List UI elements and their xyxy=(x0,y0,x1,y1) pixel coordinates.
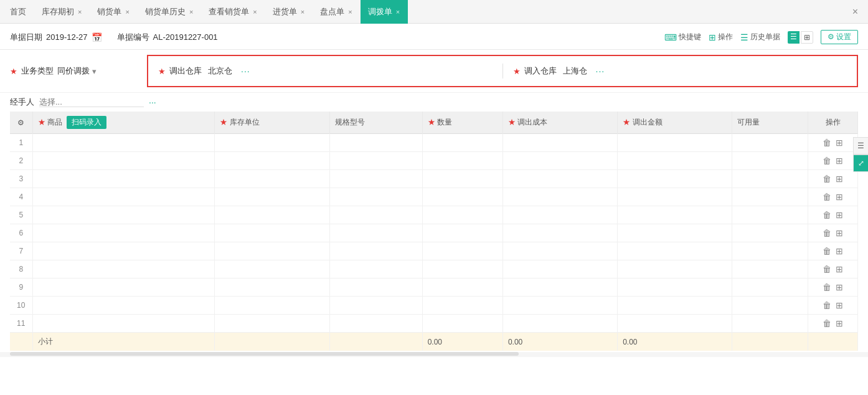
tab-inventory-init[interactable]: 库存期初 × xyxy=(34,0,90,24)
tab-inventory-check[interactable]: 盘点单 × xyxy=(313,0,360,24)
delete-icon-row-7[interactable]: 🗑 xyxy=(823,246,831,256)
row-available-9[interactable] xyxy=(732,278,808,297)
layout-list-icon[interactable]: ☰ xyxy=(788,31,800,44)
delete-icon-row-2[interactable]: 🗑 xyxy=(823,156,831,166)
row-available-7[interactable] xyxy=(732,242,808,260)
row-out-cost-7[interactable] xyxy=(502,242,617,260)
tab-inventory-init-close[interactable]: × xyxy=(78,8,82,16)
tab-sales-history-close[interactable]: × xyxy=(189,8,193,16)
row-unit-1[interactable] xyxy=(215,134,329,152)
row-spec-9[interactable] xyxy=(329,278,422,297)
row-available-2[interactable] xyxy=(732,152,808,170)
copy-icon-row-2[interactable]: ⊞ xyxy=(836,156,843,166)
row-out-amount-2[interactable] xyxy=(618,152,732,170)
row-unit-8[interactable] xyxy=(215,260,329,278)
copy-icon-row-4[interactable]: ⊞ xyxy=(836,192,843,202)
tab-sales-history[interactable]: 销货单历史 × xyxy=(138,0,201,24)
copy-icon-row-10[interactable]: ⊞ xyxy=(836,300,843,310)
layout-toggle[interactable]: ☰ ⊞ xyxy=(788,31,813,44)
row-product-10[interactable] xyxy=(32,297,215,315)
row-unit-2[interactable] xyxy=(215,152,329,170)
row-available-3[interactable] xyxy=(732,170,808,188)
shortcut-key-btn[interactable]: ⌨ 快捷键 xyxy=(664,32,701,42)
row-qty-2[interactable] xyxy=(422,152,502,170)
row-unit-4[interactable] xyxy=(215,188,329,206)
right-float-list-btn[interactable]: ☰ xyxy=(853,137,868,155)
row-out-cost-5[interactable] xyxy=(502,206,617,224)
row-qty-5[interactable] xyxy=(422,206,502,224)
row-qty-6[interactable] xyxy=(422,224,502,242)
row-spec-4[interactable] xyxy=(329,188,422,206)
delete-icon-row-8[interactable]: 🗑 xyxy=(823,264,831,274)
row-qty-11[interactable] xyxy=(422,315,502,333)
row-out-cost-4[interactable] xyxy=(502,188,617,206)
handler-more-btn[interactable]: ··· xyxy=(149,97,156,107)
row-product-1[interactable] xyxy=(32,134,215,152)
row-unit-11[interactable] xyxy=(215,315,329,333)
delete-icon-row-3[interactable]: 🗑 xyxy=(823,174,831,184)
biz-type-select[interactable]: 同价调拨 ▾ xyxy=(57,65,132,77)
row-product-6[interactable] xyxy=(32,224,215,242)
row-out-amount-8[interactable] xyxy=(618,260,732,278)
row-available-4[interactable] xyxy=(732,188,808,206)
row-out-cost-8[interactable] xyxy=(502,260,617,278)
row-out-amount-11[interactable] xyxy=(618,315,732,333)
row-out-amount-10[interactable] xyxy=(618,297,732,315)
row-spec-7[interactable] xyxy=(329,242,422,260)
tab-home[interactable]: 首页 xyxy=(2,0,34,24)
copy-icon-row-7[interactable]: ⊞ xyxy=(836,246,843,256)
row-out-cost-11[interactable] xyxy=(502,315,617,333)
row-unit-6[interactable] xyxy=(215,224,329,242)
copy-icon-row-3[interactable]: ⊞ xyxy=(836,174,843,184)
row-product-7[interactable] xyxy=(32,242,215,260)
row-spec-11[interactable] xyxy=(329,315,422,333)
copy-icon-row-6[interactable]: ⊞ xyxy=(836,228,843,238)
row-out-cost-3[interactable] xyxy=(502,170,617,188)
row-out-cost-2[interactable] xyxy=(502,152,617,170)
calendar-icon[interactable]: 📅 xyxy=(92,32,102,42)
tab-view-sales-close[interactable]: × xyxy=(253,8,257,16)
row-qty-4[interactable] xyxy=(422,188,502,206)
row-out-amount-5[interactable] xyxy=(618,206,732,224)
row-qty-3[interactable] xyxy=(422,170,502,188)
row-available-8[interactable] xyxy=(732,260,808,278)
row-spec-1[interactable] xyxy=(329,134,422,152)
row-out-amount-3[interactable] xyxy=(618,170,732,188)
delete-icon-row-5[interactable]: 🗑 xyxy=(823,210,831,220)
row-unit-10[interactable] xyxy=(215,297,329,315)
history-doc-btn[interactable]: ☰ 历史单据 xyxy=(740,32,780,42)
window-close-button[interactable]: × xyxy=(845,6,866,17)
delete-icon-row-6[interactable]: 🗑 xyxy=(823,228,831,238)
row-unit-3[interactable] xyxy=(215,170,329,188)
tab-purchase[interactable]: 进货单 × xyxy=(265,0,313,24)
horizontal-scrollbar[interactable] xyxy=(10,352,519,356)
handler-input[interactable] xyxy=(39,97,144,107)
row-out-amount-4[interactable] xyxy=(618,188,732,206)
row-qty-10[interactable] xyxy=(422,297,502,315)
right-float-expand-btn[interactable]: ⤢ xyxy=(853,155,868,172)
row-available-11[interactable] xyxy=(732,315,808,333)
tab-transfer-close[interactable]: × xyxy=(396,8,400,16)
delete-icon-row-4[interactable]: 🗑 xyxy=(823,192,831,202)
row-spec-6[interactable] xyxy=(329,224,422,242)
row-qty-1[interactable] xyxy=(422,134,502,152)
delete-icon-row-1[interactable]: 🗑 xyxy=(823,138,831,148)
copy-icon-row-11[interactable]: ⊞ xyxy=(836,318,843,328)
out-warehouse-more-btn[interactable]: ··· xyxy=(241,66,250,76)
tab-inventory-check-close[interactable]: × xyxy=(348,8,352,16)
delete-icon-row-9[interactable]: 🗑 xyxy=(823,282,831,292)
row-spec-3[interactable] xyxy=(329,170,422,188)
row-spec-2[interactable] xyxy=(329,152,422,170)
row-out-cost-1[interactable] xyxy=(502,134,617,152)
row-available-10[interactable] xyxy=(732,297,808,315)
row-available-6[interactable] xyxy=(732,224,808,242)
tab-sales-order[interactable]: 销货单 × xyxy=(90,0,137,24)
row-spec-8[interactable] xyxy=(329,260,422,278)
row-available-1[interactable] xyxy=(732,134,808,152)
row-out-amount-7[interactable] xyxy=(618,242,732,260)
row-product-5[interactable] xyxy=(32,206,215,224)
row-product-11[interactable] xyxy=(32,315,215,333)
row-qty-8[interactable] xyxy=(422,260,502,278)
row-product-2[interactable] xyxy=(32,152,215,170)
row-product-4[interactable] xyxy=(32,188,215,206)
